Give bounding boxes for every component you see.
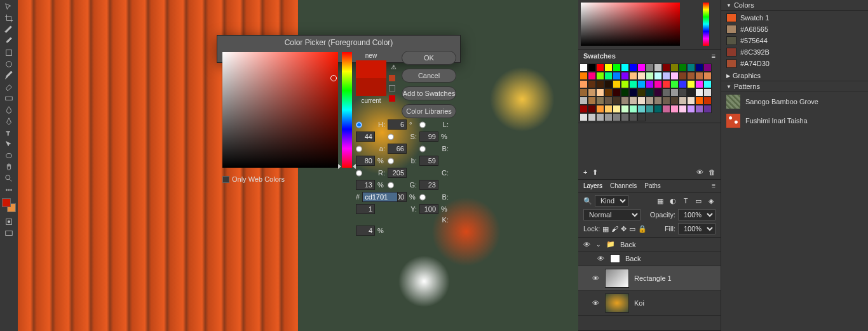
swatch-color[interactable] — [687, 105, 695, 113]
foreground-color-chip[interactable] — [2, 198, 11, 207]
tab-layers[interactable]: Layers — [583, 182, 602, 189]
b-radio[interactable] — [388, 157, 394, 165]
hex-input[interactable] — [362, 192, 398, 202]
swatch-color[interactable] — [588, 72, 596, 80]
foreground-background-colors[interactable] — [2, 198, 16, 212]
filter-smart-icon[interactable]: ◈ — [707, 196, 715, 205]
layer-back[interactable]: 👁 Back — [578, 252, 721, 266]
hue-input[interactable] — [388, 119, 407, 130]
lock-position-icon[interactable]: ✥ — [621, 225, 627, 233]
hue-strip-mini[interactable] — [703, 3, 709, 46]
upload-icon[interactable]: ⬆ — [592, 168, 598, 177]
kind-filter-select[interactable]: Kind — [595, 195, 628, 206]
blue-input[interactable] — [356, 204, 375, 214]
saturation-input[interactable] — [419, 132, 438, 142]
eyedropper-tool[interactable] — [1, 36, 17, 47]
swatch-color[interactable] — [580, 88, 588, 97]
swatch-color[interactable] — [654, 88, 662, 97]
swatch-color[interactable] — [646, 88, 654, 97]
brush-tool[interactable] — [1, 24, 17, 36]
swatch-color[interactable] — [687, 88, 695, 97]
colors-accordion[interactable]: ▼Colors — [721, 0, 868, 11]
swatch-color[interactable] — [580, 72, 588, 80]
swatch-color[interactable] — [621, 97, 629, 105]
a-input[interactable] — [388, 144, 407, 154]
patterns-accordion[interactable]: ▼Patterns — [721, 81, 868, 92]
move-tool[interactable] — [1, 1, 17, 13]
swatch-color[interactable] — [687, 97, 695, 105]
color-list-item[interactable]: #8C392B — [726, 46, 863, 58]
tab-paths[interactable]: Paths — [644, 182, 661, 189]
swatch-color[interactable] — [662, 97, 670, 105]
cyan-input[interactable] — [356, 180, 375, 190]
swatch-color[interactable] — [621, 105, 629, 113]
shape-tool[interactable] — [1, 150, 17, 161]
swatch-color[interactable] — [654, 64, 662, 72]
swatch-color[interactable] — [687, 64, 695, 72]
lock-transparent-icon[interactable]: ▦ — [602, 225, 609, 233]
swatch-color[interactable] — [580, 113, 588, 121]
swatch-color[interactable] — [637, 64, 646, 72]
color-list-item[interactable]: #A68565 — [726, 24, 863, 35]
swatch-color[interactable] — [695, 72, 703, 80]
swatch-color[interactable] — [646, 80, 654, 88]
swatch-color[interactable] — [670, 97, 679, 105]
swatch-color[interactable] — [596, 97, 604, 105]
swatch-color[interactable] — [637, 105, 646, 113]
swatch-color[interactable] — [613, 113, 621, 121]
visibility-toggle[interactable]: 👁 — [582, 241, 591, 248]
swatch-color[interactable] — [596, 64, 604, 72]
swatch-color[interactable] — [646, 64, 654, 72]
lock-brush-icon[interactable]: 🖌 — [611, 225, 618, 233]
swatch-color[interactable] — [662, 88, 670, 97]
swatches-menu-icon[interactable]: ≡ — [712, 52, 715, 60]
healing-tool[interactable] — [1, 47, 17, 58]
swatch-color[interactable] — [588, 88, 596, 97]
red-radio[interactable] — [356, 169, 362, 177]
tab-channels[interactable]: Channels — [610, 182, 637, 189]
swatch-color[interactable] — [687, 80, 695, 88]
swatch-color[interactable] — [637, 88, 646, 97]
path-select-tool[interactable] — [1, 138, 17, 150]
swatch-color[interactable] — [637, 113, 646, 121]
trash-icon[interactable]: 🗑 — [709, 168, 715, 177]
swatch-color[interactable] — [604, 97, 613, 105]
swatch-color[interactable] — [588, 105, 596, 113]
swatch-color[interactable] — [695, 88, 703, 97]
search-icon[interactable]: 🔍 — [583, 197, 592, 205]
swatch-color[interactable] — [654, 97, 662, 105]
gradient-tool[interactable] — [1, 93, 17, 104]
blur-tool[interactable] — [1, 104, 17, 116]
black-input[interactable] — [356, 226, 375, 236]
swatch-color[interactable] — [662, 72, 670, 80]
swatch-color[interactable] — [695, 97, 703, 105]
swatch-color[interactable] — [670, 88, 679, 97]
swatch-color[interactable] — [580, 64, 588, 72]
swatch-color[interactable] — [596, 72, 604, 80]
pattern-bamboo[interactable]: Sanogo Bamboo Grove — [721, 92, 868, 111]
swatch-color[interactable] — [580, 105, 588, 113]
swatch-color[interactable] — [637, 72, 646, 80]
swatch-color[interactable] — [604, 105, 613, 113]
swatch-color[interactable] — [646, 97, 654, 105]
swatch-color[interactable] — [629, 88, 637, 97]
swatch-color[interactable] — [703, 64, 712, 72]
swatch-color[interactable] — [621, 88, 629, 97]
crop-tool[interactable] — [1, 13, 17, 24]
pattern-fushimi[interactable]: Fushimi Inari Taisha — [721, 111, 868, 130]
filter-shape-icon[interactable]: ▭ — [694, 196, 703, 205]
swatch-color[interactable] — [687, 72, 695, 80]
swatch-color[interactable] — [629, 113, 637, 121]
swatch-color[interactable] — [703, 105, 712, 113]
type-tool[interactable]: T — [1, 127, 17, 138]
websafe-color-icon[interactable] — [389, 95, 395, 102]
swatch-color[interactable] — [580, 80, 588, 88]
swatch-color[interactable] — [604, 113, 613, 121]
swatch-color[interactable] — [670, 105, 679, 113]
blue-radio[interactable] — [419, 193, 426, 201]
lock-artboard-icon[interactable]: ▭ — [629, 225, 635, 233]
swatch-color[interactable] — [654, 80, 662, 88]
swatch-color[interactable] — [679, 97, 687, 105]
swatch-color[interactable] — [679, 64, 687, 72]
swatch-color[interactable] — [613, 88, 621, 97]
